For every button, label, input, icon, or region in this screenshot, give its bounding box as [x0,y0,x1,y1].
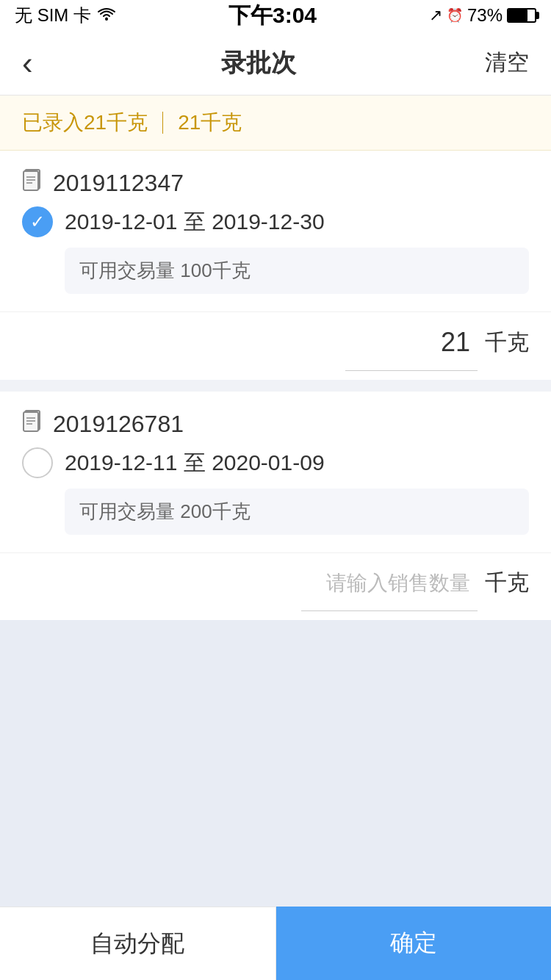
section-divider [0,380,551,392]
doc-icon-2 [22,409,46,439]
empty-area [0,620,551,914]
bottom-bar: 自动分配 确定 [0,907,551,980]
svg-rect-7 [24,412,38,431]
batch-1-qty-row: 21 千克 [0,311,551,380]
sim-text: 无 SIM 卡 [15,4,91,27]
doc-icon-1 [22,168,46,198]
batch-1-date: 2019-12-01 至 2019-12-30 [65,207,325,237]
batch-2-date-row[interactable]: 2019-12-11 至 2020-01-09 [22,447,529,478]
status-right: ↗ ⏰ 73% [429,5,536,26]
batch-2-input-row[interactable]: 请输入销售数量 千克 [0,552,551,620]
batch-2-available: 可用交易量 200千克 [65,489,529,535]
recorded-label: 已录入21千克 [22,109,148,137]
battery-icon [507,8,536,23]
clear-button[interactable]: 清空 [485,48,529,78]
batch-item-2: 2019126781 2019-12-11 至 2020-01-09 可用交易量… [0,392,551,552]
qty-underline-1 [345,370,478,371]
status-left: 无 SIM 卡 [15,4,116,27]
batch-2-header: 2019126781 [22,409,529,439]
batch-1-date-row[interactable]: ✓ 2019-12-01 至 2019-12-30 [22,206,529,237]
nav-bar: ‹ 录批次 清空 [0,31,551,96]
svg-rect-2 [24,171,38,190]
batch-1-id: 2019112347 [53,170,184,197]
page-title: 录批次 [221,46,296,80]
check-icon-1: ✓ [30,212,45,232]
battery-percent: 73% [467,5,503,26]
info-divider [162,112,163,134]
back-button[interactable]: ‹ [22,45,33,82]
batch-2-radio[interactable] [22,447,53,478]
batch-2-input-unit: 千克 [485,568,529,598]
info-banner: 已录入21千克 21千克 [0,96,551,151]
batch-2-date: 2019-12-11 至 2020-01-09 [65,448,325,478]
batch-1-qty-unit: 千克 [485,328,529,358]
batch-2-input-placeholder: 请输入销售数量 [326,569,470,597]
status-bar: 无 SIM 卡 下午3:04 ↗ ⏰ 73% [0,0,551,31]
location-icon: ↗ [429,6,442,25]
batch-1-available: 可用交易量 100千克 [65,248,529,294]
batch-1-radio[interactable]: ✓ [22,206,53,237]
confirm-button[interactable]: 确定 [276,907,552,980]
batch-1-header: 2019112347 [22,168,529,198]
batch-1-qty-value: 21 [441,327,470,358]
batch-2-id: 2019126781 [53,411,184,438]
wifi-icon [97,5,116,26]
svg-point-0 [105,18,108,21]
recorded-value: 21千克 [178,109,242,137]
batch-item-1: 2019112347 ✓ 2019-12-01 至 2019-12-30 可用交… [0,151,551,311]
auto-distribute-button[interactable]: 自动分配 [0,907,276,980]
status-time: 下午3:04 [228,1,317,31]
alarm-icon: ⏰ [447,7,463,24]
qty-underline-2 [301,610,478,611]
